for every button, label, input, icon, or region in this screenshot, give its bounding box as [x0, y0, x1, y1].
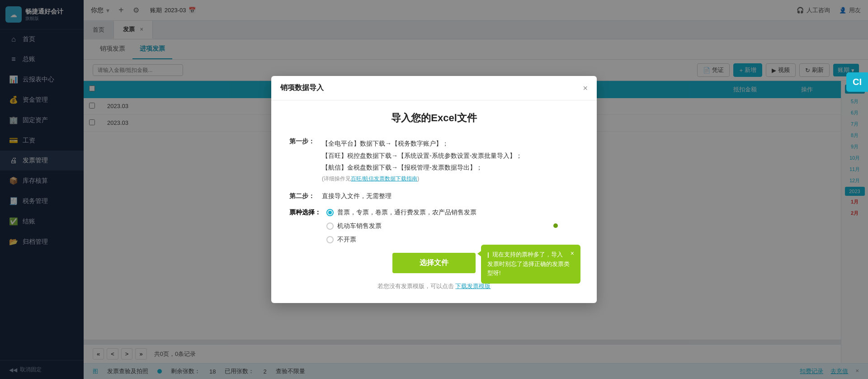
modal-title: 销项数据导入 [280, 83, 324, 93]
avatar-initials: CI [853, 77, 862, 87]
modal-body: 导入您的Excel文件 第一步： 【全电平台】数据下载→【税务数字账户】； 【百… [271, 100, 597, 303]
step1-content: 【全电平台】数据下载→【税务数字账户】； 【百旺】税控盘数据下载→【系统设置-系… [322, 137, 522, 184]
ticket-option-motor[interactable]: 机动车销售发票 × | 现在支持的票种多了，导入发票时别忘了选择正确的发票类型呀… [326, 222, 476, 230]
radio-normal [326, 209, 334, 216]
ticket-option-noticket[interactable]: 不开票 [326, 236, 476, 244]
ticket-option-normal[interactable]: 普票，专票，卷票，通行费发票，农产品销售发票 [326, 208, 476, 217]
user-avatar[interactable]: CI [846, 72, 868, 92]
ticket-normal-label: 普票，专票，卷票，通行费发票，农产品销售发票 [337, 208, 476, 217]
tooltip-text: 现在支持的票种多了，导入发票时别忘了选择正确的发票类型呀! [487, 251, 570, 277]
step1-label: 第一步： [289, 137, 316, 146]
footer-note-prefix: 若您没有发票模版，可以点击 [377, 283, 454, 289]
download-template-link[interactable]: 下载发票模版 [455, 283, 491, 289]
ticket-selection-block: 票种选择： 普票，专票，卷票，通行费发票，农产品销售发票 机动车销售发票 [289, 208, 579, 244]
import-modal: 销项数据导入 × 导入您的Excel文件 第一步： 【全电平台】数据下载→【税务… [271, 76, 597, 303]
step2-label: 第二步： [289, 192, 316, 200]
step1-block: 第一步： 【全电平台】数据下载→【税务数字账户】； 【百旺】税控盘数据下载→【系… [289, 137, 579, 184]
step1-link[interactable]: 百旺/航信发票数据下载指南 [351, 175, 417, 182]
step1-note-suffix: ) [417, 175, 419, 182]
step1-line3: 【航信】金税盘数据下载→【报税管理-发票数据导出】； [322, 161, 522, 174]
ticket-motor-label: 机动车销售发票 [337, 222, 382, 230]
step1-line2: 【百旺】税控盘数据下载→【系统设置-系统参数设置-发票批量导入】； [322, 150, 522, 162]
window-close-button[interactable]: × [833, 0, 849, 18]
radio-noticket [326, 236, 334, 243]
tooltip-close-button[interactable]: × [571, 250, 574, 256]
window-controls: × ⤢ [833, 0, 868, 18]
step1-note: (详细操作见百旺/航信发票数据下载指南) [322, 174, 522, 184]
modal-close-button[interactable]: × [583, 84, 588, 92]
step2-content: 直接导入文件，无需整理 [322, 192, 392, 200]
ticket-label: 票种选择： [289, 208, 321, 217]
window-maximize-button[interactable]: ⤢ [849, 0, 868, 18]
tooltip-popup: × | 现在支持的票种多了，导入发票时别忘了选择正确的发票类型呀! [481, 245, 580, 284]
radio-inner-normal [328, 211, 332, 214]
ticket-options: 普票，专票，卷票，通行费发票，农产品销售发票 机动车销售发票 × | 现在支持的… [326, 208, 476, 244]
modal-header: 销项数据导入 × [271, 76, 597, 100]
radio-motor [326, 223, 334, 230]
step1-line1: 【全电平台】数据下载→【税务数字账户】； [322, 137, 522, 150]
modal-overlay: 销项数据导入 × 导入您的Excel文件 第一步： 【全电平台】数据下载→【税务… [0, 0, 868, 379]
ticket-noticket-label: 不开票 [337, 236, 356, 244]
tooltip-dot [553, 223, 558, 228]
select-file-label: 选择文件 [420, 259, 448, 266]
tooltip-bar: | [487, 251, 489, 258]
step2-block: 第二步： 直接导入文件，无需整理 [289, 192, 579, 200]
step1-note-prefix: (详细操作见 [322, 175, 351, 182]
modal-main-title: 导入您的Excel文件 [289, 111, 579, 125]
select-file-button[interactable]: 选择文件 [392, 253, 476, 273]
